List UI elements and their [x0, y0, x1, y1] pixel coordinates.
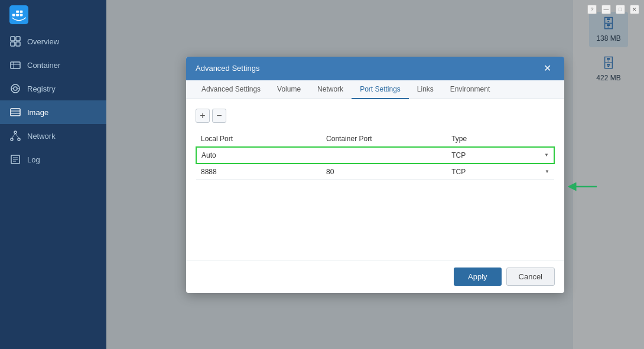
svg-point-20 [14, 131, 17, 133]
window-controls: ? — □ ✕ [587, 5, 639, 14]
sidebar-label-network: Network [27, 132, 56, 141]
apply-button[interactable]: Apply [454, 268, 502, 286]
sidebar-logo [0, 0, 106, 30]
tab-links[interactable]: Links [409, 80, 442, 99]
header-local-port: Local Port [196, 131, 321, 147]
overview-icon [9, 35, 21, 47]
header-container-port: Container Port [321, 131, 447, 147]
container-icon [9, 59, 21, 71]
arrow-indicator [567, 180, 600, 195]
table-body: TCP UDP [196, 147, 554, 180]
table-row-2: TCP UDP [196, 164, 554, 180]
svg-rect-17 [11, 109, 20, 116]
sidebar-label-container: Container [27, 61, 60, 70]
sidebar-nav: Overview Container [0, 30, 106, 349]
svg-rect-10 [11, 62, 20, 69]
maximize-button[interactable]: □ [616, 5, 625, 14]
tab-port-settings[interactable]: Port Settings [352, 80, 409, 99]
select-type-2[interactable]: TCP UDP [447, 165, 554, 179]
minimize-button[interactable]: — [601, 5, 611, 14]
input-local-port-1[interactable] [197, 148, 321, 163]
cell-local-port-2 [196, 164, 321, 180]
svg-rect-3 [20, 14, 23, 16]
cancel-button[interactable]: Cancel [506, 268, 555, 286]
sidebar-item-overview[interactable]: Overview [0, 30, 106, 53]
dialog-footer: Apply Cancel [186, 260, 564, 293]
cell-type-1: TCP UDP [447, 147, 554, 164]
dialog-wrapper: Advanced Settings ✕ Advanced Settings Vo… [186, 57, 564, 293]
header-type: Type [447, 131, 554, 147]
svg-rect-7 [16, 37, 20, 41]
tab-volume[interactable]: Volume [269, 80, 309, 99]
sidebar-item-image[interactable]: Image [0, 100, 106, 124]
remove-port-button[interactable]: − [212, 109, 226, 123]
main-content: 🗄 138 MB 🗄 422 MB [106, 0, 644, 349]
tab-advanced-settings[interactable]: Advanced Settings [193, 80, 269, 99]
svg-rect-9 [16, 42, 20, 46]
sidebar-label-image: Image [27, 108, 48, 117]
svg-rect-4 [16, 11, 19, 13]
app-container: ? — □ ✕ [0, 0, 644, 349]
sidebar-label-overview: Overview [27, 37, 59, 46]
dialog-body: + − Local Port Container Port Type [186, 99, 564, 260]
docker-logo-icon [9, 5, 28, 24]
sidebar-label-log: Log [27, 155, 40, 164]
advanced-settings-dialog: Advanced Settings ✕ Advanced Settings Vo… [186, 57, 564, 293]
cell-type-2: TCP UDP [447, 164, 554, 180]
image-icon [9, 106, 21, 118]
dialog-close-button[interactable]: ✕ [540, 63, 555, 74]
sidebar-item-network[interactable]: Network [0, 124, 106, 148]
sidebar-label-registry: Registry [27, 84, 56, 93]
port-table: Local Port Container Port Type [196, 131, 555, 180]
modal-overlay: Advanced Settings ✕ Advanced Settings Vo… [106, 0, 644, 349]
cell-container-port-1 [321, 147, 447, 164]
close-app-button[interactable]: ✕ [630, 5, 639, 14]
registry-icon [9, 83, 21, 94]
cell-container-port-2 [321, 164, 447, 180]
svg-point-22 [18, 138, 20, 141]
sidebar-item-log[interactable]: Log [0, 148, 106, 171]
svg-rect-6 [11, 37, 15, 41]
svg-rect-1 [12, 14, 15, 16]
dialog-title: Advanced Settings [196, 64, 259, 73]
svg-rect-2 [16, 14, 19, 16]
select-wrapper-2: TCP UDP [447, 165, 554, 179]
svg-line-24 [15, 133, 19, 138]
network-icon [9, 130, 21, 142]
svg-line-23 [12, 133, 15, 138]
table-row-1: TCP UDP [196, 147, 554, 164]
tab-bar: Advanced Settings Volume Network Port Se… [186, 80, 564, 99]
dialog-header: Advanced Settings ✕ [186, 57, 564, 80]
svg-point-14 [14, 87, 17, 90]
sidebar: Overview Container [0, 0, 106, 349]
sidebar-item-container[interactable]: Container [0, 53, 106, 77]
input-container-port-2[interactable] [321, 164, 447, 180]
tab-environment[interactable]: Environment [442, 80, 498, 99]
add-port-button[interactable]: + [196, 109, 210, 123]
help-button[interactable]: ? [587, 5, 597, 14]
body-spacer [196, 186, 555, 253]
cell-local-port-1 [196, 147, 321, 164]
svg-point-21 [11, 138, 13, 141]
select-type-1[interactable]: TCP UDP [447, 148, 554, 162]
input-local-port-2[interactable] [196, 164, 321, 180]
sidebar-item-registry[interactable]: Registry [0, 77, 106, 100]
tab-network[interactable]: Network [309, 80, 352, 99]
table-header: Local Port Container Port Type [196, 131, 554, 147]
input-container-port-1[interactable] [321, 148, 447, 163]
select-wrapper-1: TCP UDP [447, 148, 554, 162]
log-icon [9, 154, 21, 165]
svg-rect-5 [20, 11, 23, 13]
svg-rect-8 [11, 42, 15, 46]
table-toolbar: + − [196, 106, 555, 125]
